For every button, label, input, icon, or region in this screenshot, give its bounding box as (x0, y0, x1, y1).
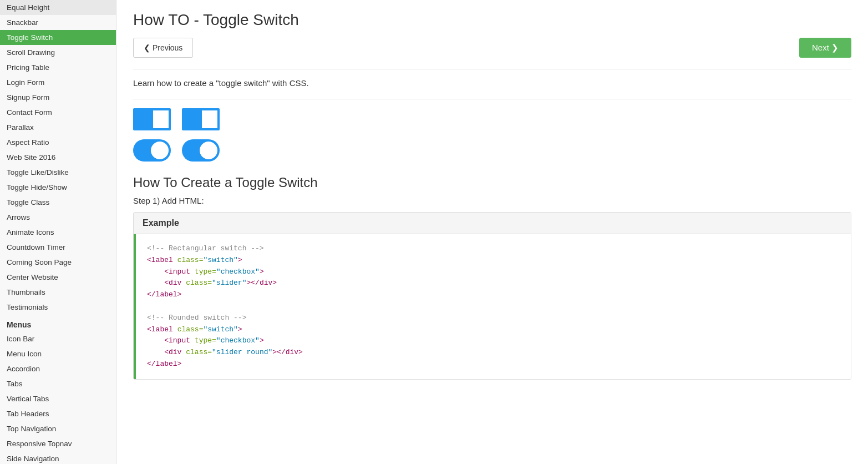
sidebar-item-arrows[interactable]: Arrows (0, 210, 116, 225)
sidebar-item-testimonials[interactable]: Testimonials (0, 300, 116, 315)
sidebar-item-vertical-tabs[interactable]: Vertical Tabs (0, 391, 116, 406)
sidebar-item-parallax[interactable]: Parallax (0, 120, 116, 135)
sidebar-item-center-website[interactable]: Center Website (0, 270, 116, 285)
sidebar-item-thumbnails[interactable]: Thumbnails (0, 285, 116, 300)
sidebar-item-aspect-ratio[interactable]: Aspect Ratio (0, 135, 116, 150)
prev-button[interactable]: ❮ Previous (133, 38, 193, 58)
example-header: Example (134, 213, 851, 234)
toggle-round-1[interactable] (133, 139, 171, 162)
toggle-round-2[interactable] (182, 139, 220, 162)
sidebar-item-top-navigation[interactable]: Top Navigation (0, 421, 116, 436)
toggle-row-rect (133, 108, 851, 130)
sidebar-item-accordion[interactable]: Accordion (0, 361, 116, 376)
sidebar-item-toggle-like-dislike[interactable]: Toggle Like/Dislike (0, 165, 116, 180)
step-label: Step 1) Add HTML: (133, 196, 851, 205)
sidebar-item-signup-form[interactable]: Signup Form (0, 90, 116, 105)
sidebar-item-coming-soon-page[interactable]: Coming Soon Page (0, 255, 116, 270)
sidebar-item-pricing-table[interactable]: Pricing Table (0, 60, 116, 75)
toggle-row-round (133, 139, 851, 162)
example-box: Example <!-- Rectangular switch --> <lab… (133, 212, 851, 380)
sidebar-item-equal-height[interactable]: Equal Height (0, 0, 116, 15)
sidebar-item-tab-headers[interactable]: Tab Headers (0, 406, 116, 421)
toggle-rect-2[interactable] (182, 108, 220, 130)
menus-section-header: Menus (0, 315, 116, 331)
sidebar: Equal HeightSnackbarToggle SwitchScroll … (0, 0, 116, 464)
sidebar-item-contact-form[interactable]: Contact Form (0, 105, 116, 120)
sidebar-item-toggle-hide-show[interactable]: Toggle Hide/Show (0, 180, 116, 195)
sidebar-item-countdown-timer[interactable]: Countdown Timer (0, 240, 116, 255)
page-title: How TO - Toggle Switch (133, 11, 851, 29)
sidebar-item-toggle-class[interactable]: Toggle Class (0, 195, 116, 210)
sidebar-item-snackbar[interactable]: Snackbar (0, 15, 116, 30)
nav-buttons: ❮ Previous Next ❯ (133, 38, 851, 58)
divider-2 (133, 99, 851, 99)
main-content: How TO - Toggle Switch ❮ Previous Next ❯… (116, 0, 868, 464)
sidebar-item-animate-icons[interactable]: Animate Icons (0, 225, 116, 240)
description-text: Learn how to create a "toggle switch" wi… (133, 78, 851, 88)
sidebar-item-responsive-topnav[interactable]: Responsive Topnav (0, 436, 116, 451)
sidebar-item-side-navigation[interactable]: Side Navigation (0, 451, 116, 464)
next-button[interactable]: Next ❯ (799, 38, 851, 58)
code-block: <!-- Rectangular switch --> <label class… (134, 234, 851, 379)
sidebar-item-login-form[interactable]: Login Form (0, 75, 116, 90)
toggle-demo-area (133, 108, 851, 162)
sidebar-item-tabs[interactable]: Tabs (0, 376, 116, 391)
sidebar-item-web-site-2016[interactable]: Web Site 2016 (0, 150, 116, 165)
section-title: How To Create a Toggle Switch (133, 175, 851, 190)
divider-1 (133, 69, 851, 69)
sidebar-item-menu-icon[interactable]: Menu Icon (0, 346, 116, 361)
sidebar-item-toggle-switch[interactable]: Toggle Switch (0, 30, 116, 45)
sidebar-item-icon-bar[interactable]: Icon Bar (0, 331, 116, 346)
toggle-rect-1[interactable] (133, 108, 171, 130)
sidebar-item-scroll-drawing[interactable]: Scroll Drawing (0, 45, 116, 60)
